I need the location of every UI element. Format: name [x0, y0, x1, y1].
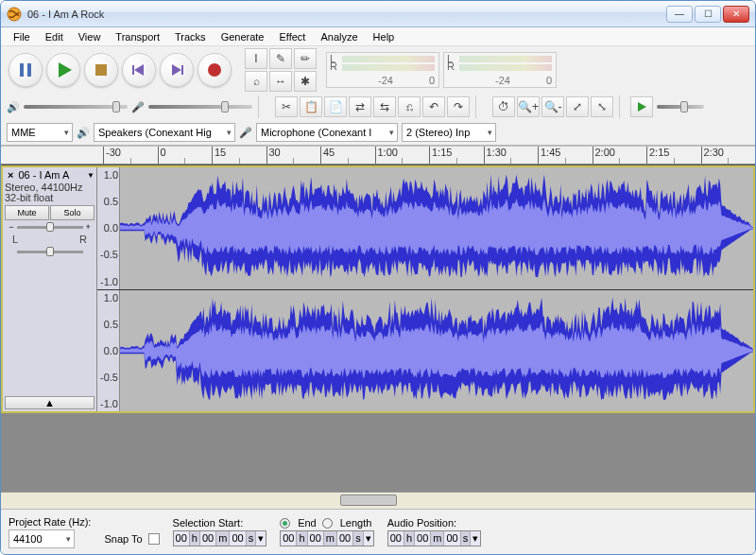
skip-end-icon	[172, 64, 181, 76]
input-device-combo[interactable]: Microphone (Conexant I	[256, 123, 398, 142]
mic-icon: 🎤	[239, 127, 252, 139]
close-button[interactable]: ✕	[723, 6, 749, 23]
app-icon	[7, 7, 22, 22]
track-gain-slider[interactable]: −+	[5, 222, 94, 232]
length-radio[interactable]	[322, 518, 333, 529]
svg-point-0	[8, 8, 21, 21]
menu-edit[interactable]: Edit	[39, 29, 70, 44]
waveform-right[interactable]: 1.00.50.0-0.5-1.0	[97, 290, 753, 412]
input-channels-combo[interactable]: 2 (Stereo) Inp	[402, 123, 496, 142]
window-title: 06 - I Am A Rock	[27, 9, 666, 20]
play-icon	[59, 62, 72, 78]
track-area: × 06 - I Am A ▼ Stereo, 44100Hz 32-bit f…	[1, 165, 755, 492]
fit-project-button[interactable]: ⤡	[591, 96, 613, 117]
track-pan-slider[interactable]	[5, 247, 94, 256]
speaker-icon: 🔊	[77, 127, 90, 139]
horizontal-scrollbar[interactable]	[1, 492, 755, 509]
zoom-tool[interactable]: ⌕	[245, 71, 267, 92]
meter-r-label: R	[330, 62, 337, 70]
redo-button[interactable]: ↶	[422, 96, 445, 117]
undo-button[interactable]: ⎌	[398, 96, 421, 117]
silence-button[interactable]: ⇆	[373, 96, 396, 117]
zoom-out-button[interactable]: 🔍-	[541, 96, 564, 117]
zoom-toolbar: ⏱ 🔍+ 🔍- ⤢ ⤡	[492, 96, 613, 117]
record-button[interactable]	[198, 53, 232, 87]
timeline-ruler[interactable]: -3001530451:001:151:301:452:002:152:302:…	[1, 146, 755, 165]
play-at-speed-button[interactable]	[630, 96, 653, 117]
selection-start-label: Selection Start:	[173, 517, 267, 529]
end-radio[interactable]	[280, 518, 290, 529]
envelope-tool[interactable]: ✎	[269, 48, 292, 69]
project-rate-combo[interactable]: 44100	[9, 529, 75, 548]
title-bar: 06 - I Am A Rock — ☐ ✕	[1, 1, 755, 27]
output-device-combo[interactable]: Speakers (Conexant Hig	[94, 123, 235, 142]
trim-button[interactable]: ⇄	[349, 96, 371, 117]
zoom-in-button[interactable]: 🔍+	[517, 96, 540, 117]
edit-toolbar: ✂ 📋 📄 ⇄ ⇆ ⎌ ↶ ↷	[275, 96, 470, 117]
cut-button[interactable]: ✂	[275, 96, 298, 117]
menu-view[interactable]: View	[72, 29, 108, 44]
pause-button[interactable]	[9, 53, 43, 87]
link-button[interactable]: ↷	[447, 96, 470, 117]
audio-position-time[interactable]: 00h 00m 00s▾	[387, 530, 482, 546]
menu-effect[interactable]: Effect	[273, 29, 313, 44]
sync-lock-button[interactable]: ⏱	[492, 96, 515, 117]
audio-host-combo[interactable]: MME	[7, 123, 73, 142]
stop-button[interactable]	[84, 53, 118, 87]
menu-generate[interactable]: Generate	[215, 29, 271, 44]
paste-button[interactable]: 📄	[324, 96, 347, 117]
selection-tool[interactable]: I	[245, 48, 267, 69]
snap-to-label: Snap To	[104, 533, 142, 545]
transport-toolbar	[5, 49, 235, 91]
minimize-button[interactable]: —	[666, 6, 693, 23]
fit-selection-button[interactable]: ⤢	[566, 96, 589, 117]
menu-file[interactable]: File	[7, 29, 37, 44]
stop-icon	[95, 64, 107, 76]
input-meter[interactable]: LR -240	[443, 52, 557, 88]
speaker-icon: 🔊	[7, 101, 20, 113]
tools-toolbar: I ✎ ✏ ⌕ ↔ ✱	[245, 48, 317, 92]
meter-r-label: R	[447, 62, 455, 70]
track-collapse-button[interactable]: ▲	[5, 396, 94, 409]
play-button[interactable]	[46, 53, 80, 87]
device-toolbar: MME 🔊 Speakers (Conexant Hig 🎤 Microphon…	[1, 120, 755, 145]
skip-start-button[interactable]	[122, 53, 156, 87]
track-control-panel: × 06 - I Am A ▼ Stereo, 44100Hz 32-bit f…	[3, 167, 97, 411]
selection-end-time[interactable]: 00h 00m 00s▾	[280, 530, 374, 546]
audio-track: × 06 - I Am A ▼ Stereo, 44100Hz 32-bit f…	[1, 165, 755, 413]
solo-button[interactable]: Solo	[50, 205, 94, 220]
multi-tool[interactable]: ✱	[294, 71, 317, 92]
toolbar-area: I ✎ ✏ ⌕ ↔ ✱ LR -240 LR -240	[1, 46, 755, 146]
snap-to-checkbox[interactable]	[148, 533, 160, 545]
selection-toolbar: Project Rate (Hz): 44100 Snap To Selecti…	[1, 509, 755, 554]
menu-transport[interactable]: Transport	[109, 29, 166, 44]
waveform-left[interactable]: 1.00.50.0-0.5-1.0	[97, 167, 753, 290]
selection-start-time[interactable]: 00h 00m 00s▾	[173, 530, 267, 546]
record-icon	[208, 63, 221, 77]
play-speed-slider[interactable]	[657, 105, 713, 109]
output-volume[interactable]: 🔊	[7, 101, 128, 113]
menu-analyze[interactable]: Analyze	[314, 29, 364, 44]
meters: LR -240 LR -240	[326, 52, 557, 88]
track-name[interactable]: 06 - I Am A	[18, 169, 85, 181]
draw-tool[interactable]: ✏	[294, 48, 317, 69]
track-close-button[interactable]: ×	[5, 169, 16, 181]
pause-icon	[20, 63, 31, 77]
y-axis: 1.00.50.0-0.5-1.0	[97, 167, 120, 289]
skip-start-icon	[134, 64, 144, 76]
menu-help[interactable]: Help	[367, 29, 402, 44]
copy-button[interactable]: 📋	[300, 96, 322, 117]
track-format: Stereo, 44100Hz 32-bit float	[5, 182, 94, 203]
timeshift-tool[interactable]: ↔	[269, 71, 292, 92]
menu-tracks[interactable]: Tracks	[168, 29, 213, 44]
maximize-button[interactable]: ☐	[695, 6, 721, 23]
project-rate-label: Project Rate (Hz):	[9, 516, 91, 528]
track-menu-button[interactable]: ▼	[87, 171, 94, 180]
audio-position-label: Audio Position:	[387, 517, 482, 529]
input-volume[interactable]: 🎤	[131, 101, 252, 113]
skip-end-button[interactable]	[160, 53, 194, 87]
menu-bar: File Edit View Transport Tracks Generate…	[1, 27, 755, 46]
mic-icon: 🎤	[131, 101, 145, 113]
mute-button[interactable]: Mute	[5, 205, 49, 220]
output-meter[interactable]: LR -240	[326, 52, 439, 88]
